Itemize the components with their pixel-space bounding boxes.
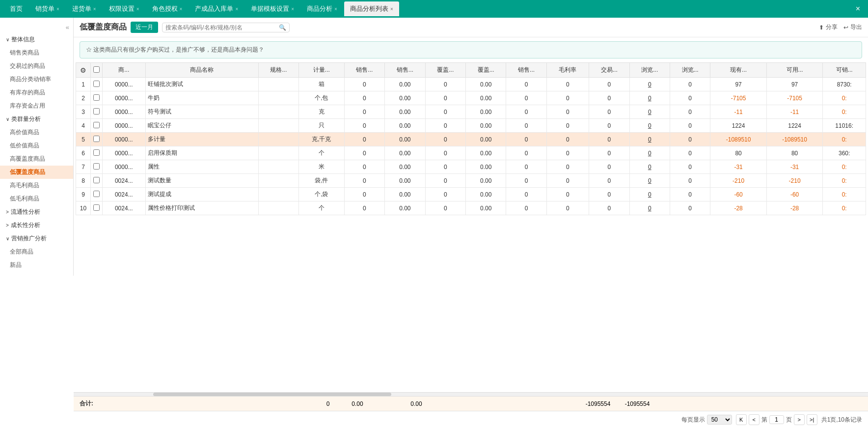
- sidebar-item-high-coverage[interactable]: 高覆盖度商品: [0, 152, 73, 166]
- th-sales-qty[interactable]: 销售...: [344, 63, 384, 78]
- cell-checkbox[interactable]: [91, 91, 103, 105]
- th-spec[interactable]: 规格...: [258, 63, 298, 78]
- row-checkbox[interactable]: [93, 204, 100, 211]
- cell-browse-a[interactable]: 0: [629, 78, 670, 91]
- th-trade[interactable]: 交易...: [589, 63, 629, 78]
- cell-browse-a[interactable]: 0: [629, 146, 670, 160]
- next-page-button[interactable]: >: [794, 414, 805, 425]
- th-browse-b[interactable]: 浏览...: [670, 63, 710, 78]
- nav-role-auth[interactable]: 角色授权 ×: [146, 1, 189, 16]
- th-name[interactable]: 商品名称: [145, 63, 258, 78]
- th-checkbox[interactable]: [91, 63, 103, 78]
- sidebar-item-stocked-goods[interactable]: 有库存的商品: [0, 86, 73, 99]
- period-button[interactable]: 近一月: [131, 22, 158, 33]
- row-checkbox[interactable]: [93, 122, 100, 128]
- th-current-stock[interactable]: 现有...: [710, 63, 766, 78]
- close-permission-icon[interactable]: ×: [136, 6, 139, 12]
- close-template-icon[interactable]: ×: [291, 6, 294, 12]
- close-product-analysis-icon[interactable]: ×: [334, 6, 337, 12]
- nav-template-settings[interactable]: 单据模板设置 ×: [245, 1, 300, 16]
- search-box[interactable]: 🔍: [162, 23, 290, 32]
- sidebar-item-sales-goods[interactable]: 销售类商品: [0, 46, 73, 59]
- select-all-checkbox[interactable]: [93, 66, 100, 73]
- cell-checkbox[interactable]: [91, 201, 103, 215]
- scrollbar-thumb[interactable]: [153, 393, 391, 396]
- nav-product-analysis[interactable]: 商品分析 ×: [301, 1, 343, 16]
- cell-checkbox[interactable]: [91, 160, 103, 174]
- page-size-selector[interactable]: 每页显示 20 50 100: [681, 415, 732, 425]
- close-analysis-list-icon[interactable]: ×: [390, 6, 393, 12]
- sidebar-item-traded-goods[interactable]: 交易过的商品: [0, 59, 73, 73]
- prev-page-button[interactable]: <: [749, 414, 760, 425]
- export-button[interactable]: ↩ 导出: [843, 23, 862, 31]
- search-input[interactable]: [165, 24, 277, 31]
- cell-checkbox[interactable]: [91, 105, 103, 119]
- th-browse-a[interactable]: 浏览...: [629, 63, 670, 78]
- page-size-select[interactable]: 20 50 100: [707, 415, 732, 425]
- last-page-button[interactable]: >|: [807, 414, 817, 425]
- sidebar-item-low-margin[interactable]: 低毛利商品: [0, 192, 73, 205]
- cell-browse-a[interactable]: 0: [629, 105, 670, 119]
- row-checkbox[interactable]: [93, 177, 100, 183]
- cell-browse-a[interactable]: 0: [629, 160, 670, 174]
- cell-checkbox[interactable]: [91, 133, 103, 146]
- sidebar-item-category-activity[interactable]: 商品分类动销率: [0, 73, 73, 86]
- horizontal-scrollbar[interactable]: [74, 392, 868, 396]
- close-product-inbound-icon[interactable]: ×: [235, 6, 238, 12]
- row-checkbox[interactable]: [93, 136, 100, 142]
- nav-permission-settings[interactable]: 权限设置 ×: [103, 1, 145, 16]
- nav-sales-order[interactable]: 销货单 ×: [29, 1, 65, 16]
- th-cover-a[interactable]: 覆盖...: [425, 63, 465, 78]
- row-checkbox[interactable]: [93, 191, 100, 197]
- sidebar-item-low-value[interactable]: 低价值商品: [0, 139, 73, 152]
- th-gross-rate[interactable]: 毛利率: [546, 63, 589, 78]
- sidebar-section-overall[interactable]: ∨ 整体信息: [0, 33, 73, 46]
- cell-browse-a[interactable]: 0: [629, 201, 670, 215]
- cell-browse-a[interactable]: 0: [629, 174, 670, 188]
- nav-home[interactable]: 首页: [4, 1, 28, 16]
- th-salable[interactable]: 可销...: [823, 63, 866, 78]
- sidebar-item-inventory-capital[interactable]: 库存资金占用: [0, 99, 73, 113]
- sidebar-item-all-goods[interactable]: 全部商品: [0, 245, 73, 258]
- cell-checkbox[interactable]: [91, 174, 103, 188]
- sidebar-item-low-coverage[interactable]: 低覆盖度商品: [0, 166, 73, 179]
- nav-product-analysis-list[interactable]: 商品分析列表 ×: [344, 1, 399, 16]
- nav-purchase-order[interactable]: 进货单 ×: [66, 1, 102, 16]
- sidebar-section-cluster[interactable]: ∨ 类群量分析: [0, 113, 73, 126]
- close-sales-order-icon[interactable]: ×: [56, 6, 59, 12]
- close-role-auth-icon[interactable]: ×: [180, 6, 183, 12]
- close-purchase-order-icon[interactable]: ×: [93, 6, 96, 12]
- row-checkbox[interactable]: [93, 81, 100, 87]
- cell-checkbox[interactable]: [91, 119, 103, 133]
- cell-checkbox[interactable]: [91, 188, 103, 201]
- th-sales-c[interactable]: 销售...: [506, 63, 546, 78]
- cell-browse-a[interactable]: 0: [629, 91, 670, 105]
- cell-checkbox[interactable]: [91, 146, 103, 160]
- close-all-tabs-button[interactable]: ×: [852, 2, 864, 15]
- cell-browse-a[interactable]: 0: [629, 133, 670, 146]
- sidebar-section-growth[interactable]: > 成长性分析: [0, 219, 73, 232]
- sidebar-section-circulation[interactable]: > 流通性分析: [0, 205, 73, 219]
- th-code[interactable]: 商...: [103, 63, 146, 78]
- sidebar-section-marketing[interactable]: ∨ 营销推广分析: [0, 232, 73, 245]
- row-checkbox[interactable]: [93, 149, 100, 156]
- sidebar-item-high-value[interactable]: 高价值商品: [0, 126, 73, 139]
- cell-checkbox[interactable]: [91, 78, 103, 91]
- sidebar-item-new-goods[interactable]: 新品: [0, 258, 73, 272]
- th-sales-amt[interactable]: 销售...: [385, 63, 425, 78]
- search-icon[interactable]: 🔍: [279, 24, 286, 31]
- row-checkbox[interactable]: [93, 94, 100, 101]
- row-checkbox[interactable]: [93, 163, 100, 170]
- nav-product-inbound[interactable]: 产成品入库单 ×: [189, 1, 244, 16]
- sidebar-item-high-margin[interactable]: 高毛利商品: [0, 179, 73, 192]
- th-available[interactable]: 可用...: [766, 63, 822, 78]
- th-cover-b[interactable]: 覆盖...: [465, 63, 506, 78]
- page-number-input[interactable]: [769, 415, 784, 424]
- cell-browse-a[interactable]: 0: [629, 188, 670, 201]
- th-settings[interactable]: ⚙: [76, 63, 91, 78]
- first-page-button[interactable]: K: [736, 414, 747, 425]
- sidebar-collapse-button[interactable]: «: [66, 24, 69, 31]
- share-button[interactable]: ⬆ 分享: [819, 23, 838, 31]
- row-checkbox[interactable]: [93, 108, 100, 114]
- th-unit[interactable]: 计量...: [299, 63, 345, 78]
